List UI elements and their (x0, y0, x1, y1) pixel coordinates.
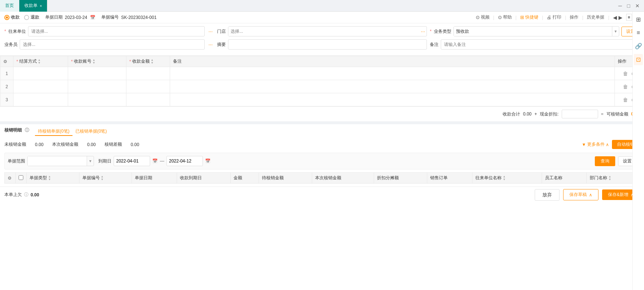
this-order-label: 本单上欠 (4, 192, 22, 198)
row-2-note[interactable] (170, 80, 615, 93)
select-all-checkbox[interactable] (19, 175, 23, 180)
save-draft-button[interactable]: 保存草稿 ∧ (563, 189, 598, 200)
tab-pending[interactable]: 待核销单据(0笔) (35, 128, 72, 136)
date-to-icon[interactable]: 📅 (205, 158, 211, 164)
btype-chevron[interactable]: ▾ (612, 27, 619, 36)
row-1-amount[interactable] (126, 67, 170, 80)
dept-sort[interactable]: ▲▼ (608, 175, 611, 181)
th-account-label: 收款账号 (74, 58, 91, 64)
staff-more-btn[interactable]: ··· (207, 42, 214, 47)
footer-left: 本单上欠 ⓘ 0.00 (4, 192, 39, 198)
sep5: | (582, 15, 583, 20)
tab-receipt-close[interactable]: × (40, 4, 42, 8)
maximize-button[interactable]: □ (626, 2, 632, 9)
th-action-label: 操作 (618, 59, 627, 64)
bottom-table-wrap: ⚙ 单据类型 ▲▼ 单据编号 (4, 172, 640, 184)
row-3-num: 3 (0, 93, 13, 106)
range-input[interactable] (28, 156, 87, 166)
abandon-button[interactable]: 放弃 (535, 189, 559, 201)
refund-radio[interactable]: 退款 (24, 14, 39, 20)
date-from-icon[interactable]: 📅 (152, 158, 158, 164)
footer: 本单上欠 ⓘ 0.00 放弃 保存草稿 ∧ 保存&新增 ∧ (0, 187, 644, 203)
list-view-btn[interactable]: ≡ (626, 14, 632, 21)
more-filter-btn[interactable]: ▼ 更多条件 ∧ (582, 141, 609, 148)
next-arrow[interactable]: ▶ (619, 15, 623, 20)
bth-type: 单据类型 ▲▼ (27, 173, 79, 184)
bth-amount: 金额 (230, 173, 259, 184)
sidebar-table-icon[interactable]: ⊞ (634, 14, 643, 25)
row-1-num: 1 (0, 67, 13, 80)
hediao-info-icon[interactable]: ⓘ (25, 127, 29, 133)
help-btn[interactable]: ⊙ 帮助 (498, 14, 512, 20)
filter-row: 单据范围 ▾ 到期日 📅 — 📅 查询 设置 (4, 153, 640, 169)
receipt-radio-dot (4, 15, 9, 20)
minimize-button[interactable]: ─ (617, 2, 624, 9)
bth-discount-label: 折扣分摊额 (377, 175, 399, 180)
number-sort[interactable]: ▲▼ (101, 175, 104, 181)
row-2-amount[interactable] (126, 80, 170, 93)
row-1-settlement[interactable] (13, 67, 68, 80)
table-gear-icon[interactable]: ⚙ (3, 59, 7, 64)
sidebar-list-icon[interactable]: ≡ (635, 27, 642, 38)
staff-input[interactable] (20, 39, 205, 50)
operation-btn[interactable]: 操作 (570, 14, 578, 20)
counterpart-input[interactable] (28, 26, 205, 36)
account-req: * (71, 59, 73, 64)
sep1: | (493, 15, 494, 20)
sidebar-link-icon[interactable]: 🔗 (633, 40, 644, 52)
bth-counterpart-label: 往来单位名称 (475, 175, 502, 181)
counterpart-label: 往来单位 (8, 28, 26, 35)
row-3-account[interactable] (68, 93, 126, 106)
th-settlement-label: 结算方式 (19, 58, 37, 64)
row-2-account[interactable] (68, 80, 126, 93)
store-input[interactable] (228, 27, 419, 36)
settlement-sort[interactable]: ▲▼ (38, 59, 41, 64)
bottom-gear-icon[interactable]: ⚙ (8, 176, 12, 181)
nav-arrows: ◀ ▶ (613, 15, 623, 20)
tab-home[interactable]: 首页 (0, 0, 19, 12)
shortcut-label: 快捷键 (525, 14, 538, 20)
query-button[interactable]: 查询 (595, 156, 615, 166)
amount-sort[interactable]: ▲▼ (151, 59, 154, 64)
range-chevron[interactable]: ▾ (87, 156, 94, 166)
tab-receipt[interactable]: 收款单 × (19, 0, 47, 12)
history-btn[interactable]: 历史单据 (587, 14, 604, 20)
bth-pending-label: 待核销金额 (262, 175, 284, 180)
row-3-settlement[interactable] (13, 93, 68, 106)
type-sort[interactable]: ▲▼ (48, 175, 51, 181)
counterpart-more-btn[interactable]: ··· (207, 28, 214, 34)
counterpart-sort[interactable]: ▲▼ (503, 175, 506, 181)
prev-arrow[interactable]: ◀ (613, 15, 617, 20)
print-btn[interactable]: 🖨 打印 (547, 14, 561, 20)
sep6: | (608, 15, 609, 20)
row-1-delete-btn[interactable]: 🗑 (622, 71, 629, 77)
section-divider (0, 121, 644, 124)
bth-discount: 折扣分摊额 (374, 173, 427, 184)
total-label: 收款合计 (503, 111, 520, 117)
shortcut-btn[interactable]: ⊞ 快捷键 (520, 14, 538, 20)
footer-info-icon[interactable]: ⓘ (24, 192, 28, 198)
summary-input[interactable] (228, 39, 427, 50)
btype-input[interactable] (454, 27, 612, 36)
discount-input[interactable] (562, 110, 598, 118)
tab-done[interactable]: 已核销单据(0笔) (72, 128, 110, 136)
receipt-radio[interactable]: 收款 (4, 14, 20, 20)
sidebar-expand-icon[interactable]: ⊡ (634, 54, 643, 65)
row-3-note[interactable] (170, 93, 615, 106)
counterpart-field: * 往来单位 ··· (4, 26, 214, 36)
date-from-input[interactable] (114, 156, 150, 166)
row-3-amount[interactable] (126, 93, 170, 106)
row-2-settlement[interactable] (13, 80, 68, 93)
account-sort[interactable]: ▲▼ (93, 59, 95, 64)
note-input[interactable] (441, 39, 640, 50)
btype-label: 业务类型 (434, 28, 451, 35)
date-to-input[interactable] (166, 156, 203, 166)
row-3-delete-btn[interactable]: 🗑 (622, 97, 629, 103)
row-2-delete-btn[interactable]: 🗑 (622, 84, 629, 90)
video-btn[interactable]: ⊙ 视频 (476, 14, 490, 20)
close-button[interactable]: ✕ (634, 2, 641, 9)
row-1-note[interactable] (170, 67, 615, 80)
store-more-btn[interactable]: ··· (419, 28, 427, 34)
calendar-icon[interactable]: 📅 (90, 15, 95, 20)
row-1-account[interactable] (68, 67, 126, 80)
